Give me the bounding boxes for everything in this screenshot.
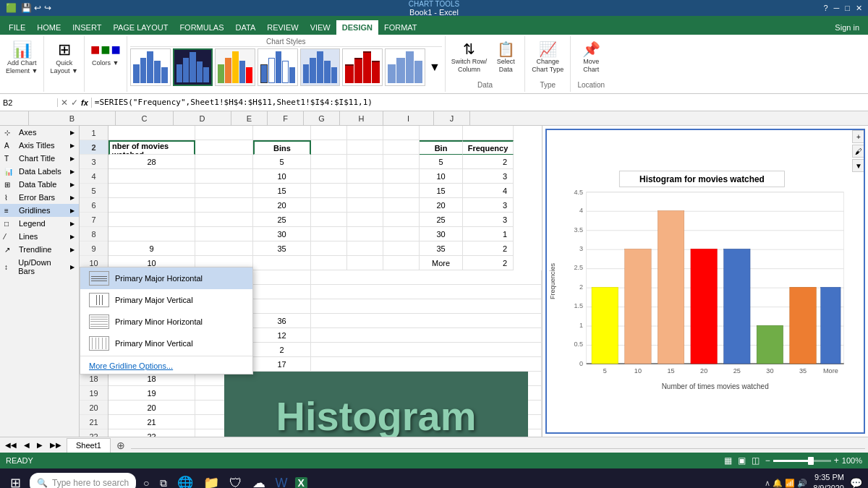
cell-d6[interactable]: 20 <box>253 198 311 213</box>
gridlines-option-primary-major-vertical[interactable]: Primary Major Vertical <box>80 289 252 311</box>
cell-e2[interactable] <box>311 140 347 155</box>
cell-c1[interactable] <box>195 126 253 140</box>
formula-confirm-icon[interactable]: ✓ <box>71 98 78 108</box>
add-chart-element-button[interactable]: 📊 Add ChartElement ▼ <box>4 39 39 77</box>
tab-insert[interactable]: INSERT <box>67 20 107 35</box>
formula-cancel-icon[interactable]: ✕ <box>61 98 68 108</box>
chart-style-1[interactable] <box>130 48 171 86</box>
tab-design[interactable]: DESIGN <box>336 20 378 35</box>
cell-i9[interactable]: 2 <box>463 241 514 256</box>
tab-file[interactable]: FILE <box>3 20 31 35</box>
col-header-i[interactable]: I <box>383 111 434 125</box>
cell-b4[interactable] <box>109 169 195 184</box>
excel-taskbar-icon[interactable]: X <box>295 477 307 488</box>
cell-d15[interactable]: 12 <box>253 328 311 343</box>
gridlines-option-primary-minor-vertical[interactable]: Primary Minor Vertical <box>80 333 252 354</box>
word-icon[interactable]: W <box>273 476 291 489</box>
start-button[interactable]: ⊞ <box>6 475 25 488</box>
sidebar-item-updown-bars[interactable]: ↕ Up/Down Bars ▶ <box>0 256 79 278</box>
cell-f1[interactable] <box>347 126 383 140</box>
cell-h5[interactable]: 15 <box>420 184 463 198</box>
tab-page-layout[interactable]: PAGE LAYOUT <box>107 20 174 35</box>
cell-h10[interactable]: More <box>420 256 463 270</box>
quick-layout-button[interactable]: ⊞ QuickLayout ▼ <box>48 39 79 77</box>
normal-view-icon[interactable]: ▦ <box>724 455 732 466</box>
tab-review[interactable]: REVIEW <box>261 20 304 35</box>
cell-h2[interactable]: Bin <box>420 140 463 155</box>
sheet-tab-scroll-fwd[interactable]: ▶ <box>35 441 45 449</box>
row-num-7[interactable]: 7 <box>80 213 108 227</box>
col-header-c[interactable]: C <box>116 111 174 125</box>
cell-h7[interactable]: 25 <box>420 213 463 227</box>
row-num-6[interactable]: 6 <box>80 198 108 213</box>
sidebar-item-gridlines[interactable]: ≡ Gridlines ▶ <box>0 204 79 217</box>
cell-h3[interactable]: 5 <box>420 155 463 169</box>
col-header-g[interactable]: G <box>304 111 340 125</box>
sheet-tab-scroll-end[interactable]: ▶▶ <box>48 441 64 449</box>
cell-h4[interactable]: 10 <box>420 169 463 184</box>
cell-d4[interactable]: 10 <box>253 169 311 184</box>
col-header-h[interactable]: H <box>340 111 383 125</box>
cell-g2[interactable] <box>383 140 420 155</box>
cell-b2[interactable]: nber of movies watched <box>109 140 195 155</box>
formula-fx-icon[interactable]: fx <box>81 98 88 107</box>
tab-data[interactable]: DATA <box>230 20 262 35</box>
move-chart-button[interactable]: 📌 MoveChart <box>576 39 605 75</box>
sign-in[interactable]: Sign in <box>826 20 868 35</box>
chart-style-4[interactable] <box>258 48 298 86</box>
row-num-9[interactable]: 9 <box>80 241 108 256</box>
onedrive-icon[interactable]: ☁ <box>250 475 268 488</box>
cell-d8[interactable]: 30 <box>253 227 311 241</box>
switch-row-column-button[interactable]: ⇅ Switch Row/Column <box>450 39 489 75</box>
tab-formulas[interactable]: FORMULAS <box>174 20 229 35</box>
chart-style-5[interactable] <box>300 48 341 86</box>
sheet-tab-scroll-back[interactable]: ◀ <box>22 441 32 449</box>
cell-d3[interactable]: 5 <box>253 155 311 169</box>
colors-button[interactable]: ■■■ Colors ▼ <box>89 39 122 68</box>
cell-h6[interactable]: 20 <box>420 198 463 213</box>
sidebar-item-data-labels[interactable]: 📊 Data Labels ▶ <box>0 165 79 178</box>
edge-icon[interactable]: 🌐 <box>174 475 196 488</box>
cell-d17[interactable]: 17 <box>253 357 311 372</box>
file-explorer-icon[interactable]: 📁 <box>200 475 222 488</box>
page-layout-view-icon[interactable]: ▣ <box>738 455 746 466</box>
sidebar-item-legend[interactable]: □ Legend ▶ <box>0 217 79 230</box>
minimize-icon[interactable]: ─ <box>834 4 840 12</box>
cell-d16[interactable]: 2 <box>253 343 311 357</box>
cell-i6[interactable]: 3 <box>463 198 514 213</box>
chart-filter-button[interactable]: ▼ <box>852 159 865 172</box>
add-sheet-button[interactable]: ⊕ <box>114 440 128 451</box>
tab-format[interactable]: FORMAT <box>378 20 423 35</box>
col-header-j[interactable]: J <box>434 111 470 125</box>
row-num-5[interactable]: 5 <box>80 184 108 198</box>
row-num-19[interactable]: 19 <box>80 386 108 401</box>
sidebar-item-lines[interactable]: ∕ Lines ▶ <box>0 230 79 243</box>
sidebar-item-axes[interactable]: ⊹ Axes ▶ <box>0 126 79 139</box>
sidebar-item-error-bars[interactable]: ⌇ Error Bars ▶ <box>0 191 79 204</box>
close-icon[interactable]: ✕ <box>856 4 862 13</box>
chart-style-6[interactable] <box>342 48 383 86</box>
cell-b1[interactable] <box>109 126 195 140</box>
row-num-2[interactable]: 2 <box>80 140 108 155</box>
row-num-3[interactable]: 3 <box>80 155 108 169</box>
row-num-1[interactable]: 1 <box>80 126 108 140</box>
tab-home[interactable]: HOME <box>31 20 67 35</box>
cell-i2[interactable]: Frequency <box>463 140 514 155</box>
change-chart-type-button[interactable]: 📈 ChangeChart Type <box>529 39 566 75</box>
gridlines-option-primary-major-horizontal[interactable]: Primary Major Horizontal <box>80 267 252 289</box>
row-num-22[interactable]: 22 <box>80 429 108 437</box>
cell-i10[interactable]: 2 <box>463 256 514 270</box>
cell-e1[interactable] <box>311 126 347 140</box>
cell-h8[interactable]: 30 <box>420 227 463 241</box>
row-num-4[interactable]: 4 <box>80 169 108 184</box>
select-data-button[interactable]: 📋 SelectData <box>491 39 520 75</box>
cell-d5[interactable]: 15 <box>253 184 311 198</box>
zoom-out-icon[interactable]: − <box>765 455 770 466</box>
col-header-b[interactable]: B <box>29 111 116 125</box>
page-break-view-icon[interactable]: ◫ <box>752 455 760 466</box>
cell-h1[interactable] <box>420 126 463 140</box>
cell-i3[interactable]: 2 <box>463 155 514 169</box>
row-num-8[interactable]: 8 <box>80 227 108 241</box>
sidebar-item-trendline[interactable]: ↗ Trendline ▶ <box>0 243 79 256</box>
gridlines-option-primary-minor-horizontal[interactable]: Primary Minor Horizontal <box>80 311 252 333</box>
